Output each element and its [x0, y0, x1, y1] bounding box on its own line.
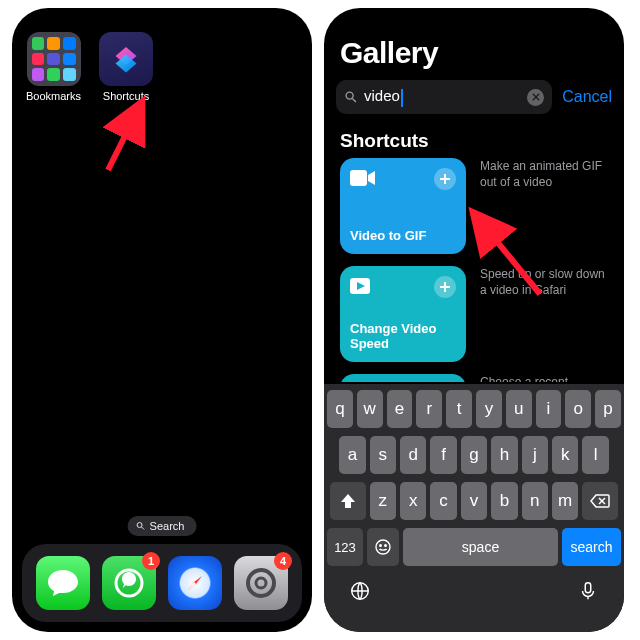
messages-icon [46, 568, 80, 598]
key-z[interactable]: z [370, 482, 396, 520]
home-app-row: Bookmarks Shortcuts [26, 32, 153, 102]
result-row[interactable]: Choose a recent [340, 374, 608, 382]
svg-point-23 [376, 540, 390, 554]
dock-app-whatsapp[interactable]: 1 [102, 556, 156, 610]
key-n[interactable]: n [522, 482, 548, 520]
key-y[interactable]: y [476, 390, 502, 428]
key-u[interactable]: u [506, 390, 532, 428]
shift-key[interactable] [330, 482, 366, 520]
keyboard: qwertyuiop asdfghjkl zxcvbnm 123 space s… [324, 384, 624, 632]
clear-search-button[interactable] [527, 89, 544, 106]
safari-icon [175, 563, 215, 603]
shortcut-card-video-to-gif[interactable]: Video to GIF [340, 158, 466, 254]
key-w[interactable]: w [357, 390, 383, 428]
emoji-icon [374, 538, 392, 556]
svg-line-9 [352, 98, 356, 102]
card-title: Change Video Speed [350, 321, 456, 352]
svg-point-5 [248, 570, 274, 596]
play-icon [350, 276, 376, 296]
key-c[interactable]: c [430, 482, 456, 520]
key-s[interactable]: s [370, 436, 396, 474]
key-v[interactable]: v [461, 482, 487, 520]
spotlight-search-pill[interactable]: Search [128, 516, 197, 536]
search-key[interactable]: search [562, 528, 621, 566]
results-list: Video to GIF Make an animated GIF out of… [340, 158, 608, 382]
folder-icon [27, 32, 81, 86]
svg-marker-4 [188, 582, 196, 590]
key-l[interactable]: l [582, 436, 608, 474]
app-label: Shortcuts [103, 90, 149, 102]
plus-icon [439, 173, 451, 185]
key-a[interactable]: a [339, 436, 365, 474]
key-f[interactable]: f [430, 436, 456, 474]
globe-icon[interactable] [349, 580, 371, 602]
search-icon [136, 521, 146, 531]
dock-app-settings[interactable]: 4 [234, 556, 288, 610]
key-j[interactable]: j [522, 436, 548, 474]
key-r[interactable]: r [416, 390, 442, 428]
search-query: video [364, 87, 400, 104]
svg-rect-27 [585, 583, 591, 593]
page-title: Gallery [340, 36, 438, 70]
card-description: Speed up or slow down a video in Safari [480, 266, 608, 362]
card-description: Choose a recent [480, 374, 608, 382]
cancel-button[interactable]: Cancel [562, 88, 612, 106]
key-m[interactable]: m [552, 482, 578, 520]
key-q[interactable]: q [327, 390, 353, 428]
result-row[interactable]: Video to GIF Make an animated GIF out of… [340, 158, 608, 254]
key-x[interactable]: x [400, 482, 426, 520]
card-description: Make an animated GIF out of a video [480, 158, 608, 254]
video-camera-icon [350, 168, 376, 188]
numbers-key[interactable]: 123 [327, 528, 363, 566]
plus-icon [439, 281, 451, 293]
key-d[interactable]: d [400, 436, 426, 474]
phone-gallery: Gallery video Cancel Shortcuts Video t [324, 8, 624, 632]
results-section-header: Shortcuts [340, 130, 429, 152]
search-icon [344, 90, 358, 104]
svg-point-24 [380, 545, 382, 547]
key-t[interactable]: t [446, 390, 472, 428]
key-i[interactable]: i [536, 390, 562, 428]
svg-point-8 [346, 92, 353, 99]
backspace-key[interactable] [582, 482, 618, 520]
shortcuts-icon [99, 32, 153, 86]
key-o[interactable]: o [565, 390, 591, 428]
key-k[interactable]: k [552, 436, 578, 474]
space-key[interactable]: space [403, 528, 558, 566]
shortcut-card-change-video-speed[interactable]: Change Video Speed [340, 266, 466, 362]
key-h[interactable]: h [491, 436, 517, 474]
search-input[interactable]: video [336, 80, 552, 114]
key-g[interactable]: g [461, 436, 487, 474]
key-p[interactable]: p [595, 390, 621, 428]
svg-point-6 [256, 578, 266, 588]
svg-point-0 [137, 523, 142, 528]
dictation-icon[interactable] [577, 580, 599, 602]
app-shortcuts[interactable]: Shortcuts [99, 32, 153, 102]
dock-app-safari[interactable] [168, 556, 222, 610]
key-e[interactable]: e [387, 390, 413, 428]
svg-line-1 [142, 527, 145, 530]
badge: 4 [274, 552, 292, 570]
badge: 1 [142, 552, 160, 570]
emoji-key[interactable] [367, 528, 399, 566]
app-bookmarks-folder[interactable]: Bookmarks [26, 32, 81, 102]
add-shortcut-button[interactable] [434, 168, 456, 190]
svg-point-25 [385, 545, 387, 547]
svg-rect-12 [350, 170, 367, 186]
backspace-icon [590, 494, 610, 508]
gear-icon [242, 564, 280, 602]
dock: 1 4 [22, 544, 302, 622]
result-row[interactable]: Change Video Speed Speed up or slow down… [340, 266, 608, 362]
card-title: Video to GIF [350, 228, 456, 244]
app-label: Bookmarks [26, 90, 81, 102]
whatsapp-icon [112, 566, 146, 600]
shift-icon [340, 493, 356, 509]
shortcut-card-partial[interactable] [340, 374, 466, 382]
text-caret [401, 89, 403, 107]
key-b[interactable]: b [491, 482, 517, 520]
search-pill-label: Search [150, 520, 185, 532]
close-icon [532, 93, 540, 101]
add-shortcut-button[interactable] [434, 276, 456, 298]
dock-app-messages[interactable] [36, 556, 90, 610]
phone-homescreen: Bookmarks Shortcuts Search [12, 8, 312, 632]
